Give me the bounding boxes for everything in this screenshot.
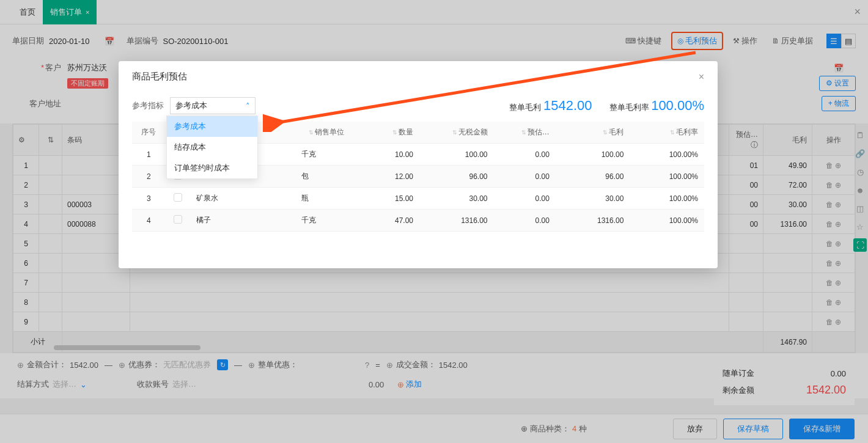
- unit-cell: 千克: [295, 210, 357, 232]
- table-row: 4 橘子 千克 47.00 1316.00 0.00 1316.00 100.0…: [132, 210, 704, 232]
- th-estimate[interactable]: ⇅预估…: [494, 122, 556, 144]
- th-rate[interactable]: ⇅毛利率: [630, 122, 704, 144]
- dropdown-option-1[interactable]: 结存成本: [167, 137, 257, 158]
- modal-title: 商品毛利预估: [132, 71, 187, 82]
- dropdown-option-0[interactable]: 参考成本: [167, 116, 257, 137]
- row-index: 4: [132, 210, 166, 232]
- qty-cell: 47.00: [358, 210, 419, 232]
- sum-profit-label: 整单毛利: [509, 103, 541, 112]
- dropdown-option-2[interactable]: 订单签约时成本: [167, 158, 257, 178]
- qty-cell: 15.00: [358, 188, 419, 210]
- estimate-cell: 0.00: [494, 188, 556, 210]
- table-row: 3 矿泉水 瓶 15.00 30.00 0.00 30.00 100.00%: [132, 188, 704, 210]
- amount-cell: 100.00: [419, 144, 494, 166]
- amount-cell: 1316.00: [419, 210, 494, 232]
- row-checkbox[interactable]: [174, 215, 182, 224]
- qty-cell: 12.00: [358, 166, 419, 188]
- profit-estimate-modal: 商品毛利预估 × 参考指标 参考成本 ˄ 参考成本 结存成本 订单签约时成本 整…: [119, 61, 718, 268]
- th-profit[interactable]: ⇅毛利: [556, 122, 630, 144]
- select-value: 参考成本: [175, 100, 207, 111]
- estimate-cell: 0.00: [494, 210, 556, 232]
- profit-cell: 30.00: [556, 188, 630, 210]
- modal-close-icon[interactable]: ×: [699, 71, 704, 82]
- reference-dropdown: 参考成本 结存成本 订单签约时成本: [166, 115, 258, 179]
- unit-cell: 瓶: [295, 188, 357, 210]
- rate-cell: 100.00%: [630, 188, 704, 210]
- row-index: 2: [132, 166, 166, 188]
- qty-cell: 10.00: [358, 144, 419, 166]
- profit-cell: 96.00: [556, 166, 630, 188]
- estimate-cell: 0.00: [494, 166, 556, 188]
- amount-cell: 30.00: [419, 188, 494, 210]
- sum-rate-label: 整单毛利率: [609, 103, 649, 112]
- profit-cell: 100.00: [556, 144, 630, 166]
- unit-cell: 包: [295, 166, 357, 188]
- rate-cell: 100.00%: [630, 144, 704, 166]
- estimate-cell: 0.00: [494, 144, 556, 166]
- unit-cell: 千克: [295, 144, 357, 166]
- th-unit[interactable]: ⇅销售单位: [295, 122, 357, 144]
- product-name: 矿泉水: [190, 188, 295, 210]
- chevron-up-icon: ˄: [246, 101, 250, 111]
- amount-cell: 96.00: [419, 166, 494, 188]
- th-idx: 序号: [132, 122, 166, 144]
- sum-profit-value: 1542.00: [543, 98, 592, 113]
- select-label: 参考指标: [132, 101, 164, 110]
- rate-cell: 100.00%: [630, 210, 704, 232]
- sum-rate-value: 100.00%: [651, 98, 704, 113]
- rate-cell: 100.00%: [630, 166, 704, 188]
- row-index: 1: [132, 144, 166, 166]
- row-index: 3: [132, 188, 166, 210]
- product-name: 橘子: [190, 210, 295, 232]
- row-checkbox[interactable]: [174, 193, 182, 202]
- profit-cell: 1316.00: [556, 210, 630, 232]
- th-amount[interactable]: ⇅无税金额: [419, 122, 494, 144]
- reference-select[interactable]: 参考成本 ˄: [170, 97, 256, 114]
- th-qty[interactable]: ⇅数量: [358, 122, 419, 144]
